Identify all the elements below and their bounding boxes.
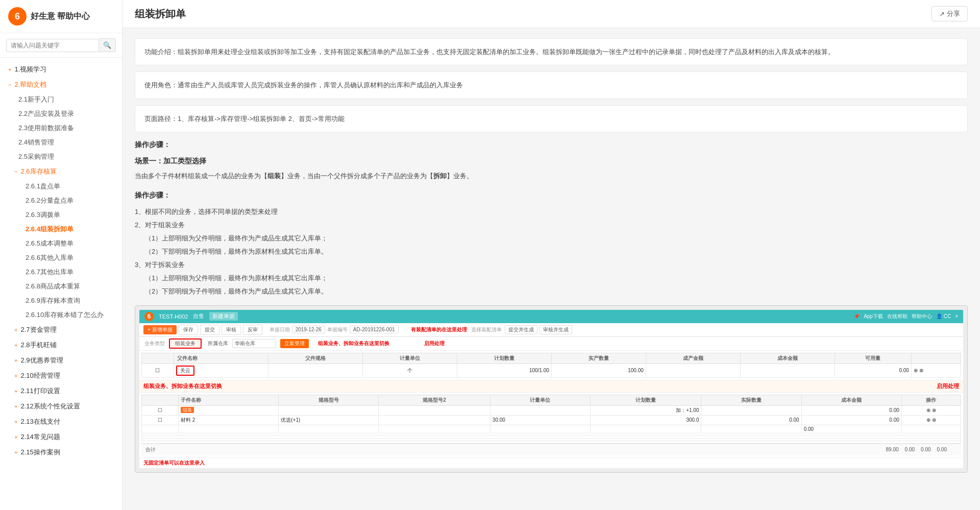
scene1-title: 场景一：加工类型选择	[135, 157, 968, 166]
td-c1-unit	[490, 405, 590, 415]
mock-btn-submit2[interactable]: 提交并生成	[505, 325, 537, 334]
sidebar-item-predata[interactable]: 2.3使用前数据准备	[0, 121, 122, 135]
mock-dept-input[interactable]: 华南仓库	[232, 339, 276, 348]
parent-name-input[interactable]: 关云	[176, 366, 194, 376]
td-c7	[142, 441, 961, 443]
td-c3-cost: 0.00	[801, 425, 901, 433]
th-name: 父件名称	[174, 353, 268, 363]
mock-btn-approve[interactable]: 审核	[222, 325, 241, 335]
sidebar-item-266[interactable]: 2.6.6其他入库单	[0, 251, 122, 265]
td-c2-spec1: 优选(+1)	[279, 415, 379, 425]
sidebar-item-262[interactable]: 2.6.2分量盘点单	[0, 193, 122, 208]
td-c1-check[interactable]: ☐	[142, 405, 179, 415]
plus-icon: +	[8, 66, 11, 72]
step2-2: （2）下部明细为子件明细，最终作为原材料生成其它出库单。	[135, 245, 968, 258]
sidebar-item-ops[interactable]: + 2.10经营管理	[0, 368, 122, 383]
share-label: 分享	[947, 9, 960, 18]
sidebar-label-pay: 2.13在线支付	[20, 417, 60, 426]
mock-type-select[interactable]: 组装业务	[169, 338, 202, 349]
sidebar-item-mobile[interactable]: + 2.8手机旺铺	[0, 337, 122, 353]
mock-titlebar-left: 6 TEST-H002 自售 新建单据	[144, 312, 238, 321]
mock-type-label: 业务类型	[144, 340, 165, 347]
plus-icon-cases: +	[14, 449, 17, 455]
mock-btn-new[interactable]: + 新增单据	[143, 325, 177, 334]
sidebar-label-mobile: 2.8手机旺铺	[20, 341, 56, 350]
content-area: 功能介绍：组装拆卸单用来处理企业组装或拆卸等加工业务，支持有固定装配清单的产品加…	[122, 28, 980, 510]
td-c3-op	[901, 425, 961, 433]
td-c2-check[interactable]: ☐	[142, 415, 179, 425]
td-c1-spec2	[379, 405, 490, 415]
plus-icon-print: +	[14, 388, 17, 394]
sidebar-item-263[interactable]: 2.6.3调拨单	[0, 208, 122, 222]
mock-parent-table: 父件名称 父件规格 计量单位 计划数量 实产数量 成产金额 成本金额 可用量	[141, 353, 961, 378]
td-c3-check	[142, 425, 179, 433]
mock-btn-confirm[interactable]: 立案受理	[280, 339, 309, 348]
sidebar-item-269[interactable]: 2.6.9库存账本查询	[0, 294, 122, 308]
search-input[interactable]	[6, 39, 99, 52]
th-unit: 计量单位	[362, 353, 457, 363]
td-c1-cost: 0.00	[801, 405, 901, 415]
sidebar-item-newbie[interactable]: 2.1新手入门	[0, 92, 122, 107]
th-c-spec1: 规格型号	[279, 395, 379, 405]
sidebar-item-purchase[interactable]: 2.5采购管理	[0, 150, 122, 164]
sidebar-item-cases[interactable]: + 2.15操作案例	[0, 445, 122, 460]
logo-area: 6 好生意 帮助中心	[0, 0, 122, 33]
mock-btn-reverse[interactable]: 反审	[243, 325, 262, 335]
sidebar-item-docs[interactable]: − 2.帮助文档	[0, 77, 122, 92]
sidebar-item-video[interactable]: + 1.视频学习	[0, 62, 122, 77]
td-c3-unit	[490, 425, 590, 433]
annotation-row: 组装业务、拆卸业务在这里切换 启用处理	[139, 380, 963, 393]
mock-date-value: 2019-12-26	[292, 326, 325, 333]
search-button[interactable]: 🔍	[99, 38, 116, 52]
td-c2-op[interactable]: ⊕ ⊗	[901, 415, 961, 425]
mock-icon-apps: App下载	[864, 313, 883, 320]
td-c2-plan: 300.0	[591, 415, 701, 425]
sidebar-item-print[interactable]: + 2.11打印设置	[0, 383, 122, 399]
share-button[interactable]: ↗ 分享	[932, 6, 968, 21]
sidebar-item-system[interactable]: + 2.12系统个性化设置	[0, 399, 122, 414]
mock-app-outer: 6 TEST-H002 自售 新建单据 📌 App下载 在线帮助 帮助中心 👤 …	[135, 306, 967, 472]
sidebar-item-265[interactable]: 2.6.5成本调整单	[0, 236, 122, 251]
td-c1-op[interactable]: ⊕ ⊗	[901, 405, 961, 415]
td-op-1: ⊕ ⊗	[911, 363, 961, 377]
screenshot-container: 6 TEST-H002 自售 新建单据 📌 App下载 在线帮助 帮助中心 👤 …	[135, 305, 968, 473]
mock-close[interactable]: ×	[955, 313, 958, 319]
sidebar-item-stock[interactable]: − 2.6库存核算	[0, 164, 122, 179]
td-cost-1	[740, 363, 835, 377]
mock-company: TEST-H002	[159, 313, 188, 320]
th-cost-amount: 成本金额	[740, 353, 835, 363]
sidebar-label-ops: 2.10经营管理	[20, 371, 60, 380]
table-row: 0.00	[142, 425, 961, 433]
mock-btn-save[interactable]: 保存	[179, 325, 198, 335]
search-area: 🔍	[0, 33, 122, 58]
nav-tree: + 1.视频学习 − 2.帮助文档 2.1新手入门 2.2产品安装及登录 2.3…	[0, 58, 122, 510]
mock-btn-submit[interactable]: 提交	[200, 325, 219, 335]
sidebar-item-268[interactable]: 2.6.8商品成本重算	[0, 279, 122, 294]
mock-icon-pin: 📌	[853, 313, 860, 319]
mock-btn-select-bom[interactable]: 选择装配清单	[471, 326, 502, 333]
td-check-1[interactable]: ☐	[142, 363, 174, 377]
sidebar-item-sales[interactable]: 2.4销售管理	[0, 135, 122, 150]
sidebar-item-2610[interactable]: 2.6.10库存账本错了怎么办	[0, 308, 122, 322]
sidebar-item-261[interactable]: 2.6.1盘点单	[0, 179, 122, 193]
annotation-bom: 有装配清单的在这里处理	[411, 326, 467, 333]
step2: 2、对于组装业务	[135, 218, 968, 232]
td-name-1: 关云	[174, 363, 268, 377]
mock-btn-approve2[interactable]: 审核并生成	[540, 325, 572, 334]
mock-nav-item1: 自售	[193, 312, 204, 320]
sidebar-item-264[interactable]: 2.6.4组装拆卸单	[0, 222, 122, 236]
sidebar-item-faq[interactable]: + 2.14常见问题	[0, 429, 122, 445]
minus-icon-stock: −	[14, 168, 17, 175]
sidebar-item-pay[interactable]: + 2.13在线支付	[0, 414, 122, 429]
th-c-check	[142, 395, 179, 405]
topbar: 组装拆卸单 ↗ 分享	[122, 0, 980, 28]
td-c1-plan: 加：+1.00	[591, 405, 701, 415]
role-text: 使用角色：通常由生产人员或库管人员完成拆装业务的操作，库管人员确认原材料的出库和…	[144, 79, 958, 91]
td-c3-plan	[591, 425, 701, 433]
annotation-bottom: 无固定清单可以在这里录入	[139, 457, 963, 468]
sidebar-item-install[interactable]: 2.2产品安装及登录	[0, 107, 122, 121]
sidebar-item-coupon[interactable]: + 2.9优惠券管理	[0, 353, 122, 368]
th-c-spec2: 规格型号2	[379, 395, 490, 405]
sidebar-item-267[interactable]: 2.6.7其他出库单	[0, 265, 122, 279]
sidebar-item-finance[interactable]: + 2.7资金管理	[0, 322, 122, 337]
